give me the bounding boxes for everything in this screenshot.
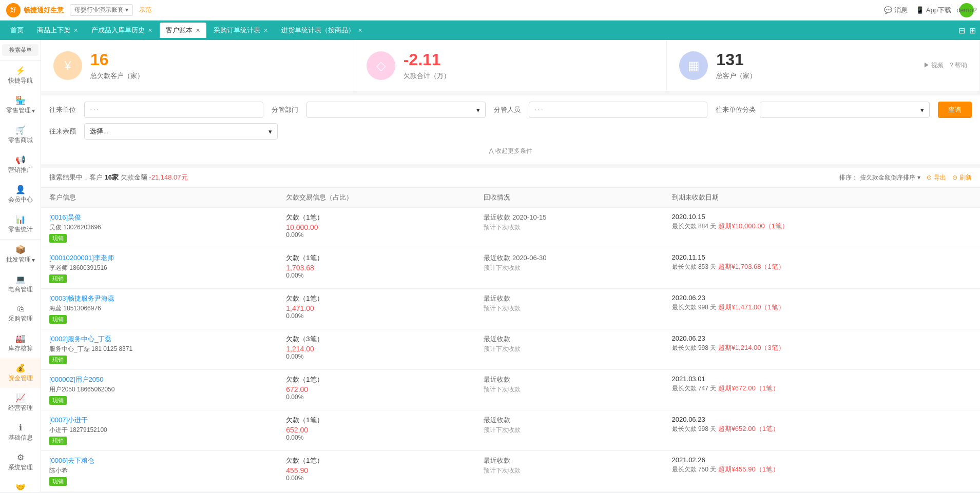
sidebar-item-member[interactable]: 👤 会员中心 <box>0 180 41 209</box>
debt-total-label: 欠款合计（万） <box>403 71 450 81</box>
debt-total-icon: ◇ <box>367 51 395 80</box>
debt-count-2: 欠款（1笔） <box>286 294 467 303</box>
stat-info-debt: 16 总欠款客户（家） <box>90 50 144 81</box>
view-video-btn[interactable]: ▶ 视频 <box>924 61 944 70</box>
tab-purchase-stats-close[interactable]: ✕ <box>358 27 362 34</box>
tab-purchase-order-close[interactable]: ✕ <box>263 27 268 34</box>
sidebar-search-btn[interactable]: 搜索菜单 <box>2 44 39 56</box>
export-btn[interactable]: ⊙ 导出 <box>927 173 946 182</box>
message-btn[interactable]: 💬 消息 <box>884 6 908 15</box>
tab-purchase-stats[interactable]: 进货单统计表（按商品） ✕ <box>275 23 369 38</box>
member-icon: 👤 <box>2 185 39 194</box>
td-overdue-0: 2020.10.15 最长欠款 884 天 超期¥10,000.00（1笔） <box>664 208 980 248</box>
debt-amount-0[interactable]: 10,000.00 <box>286 223 467 231</box>
collapse-btn[interactable]: ⋀ 收起更多条件 <box>49 145 972 157</box>
store-selector[interactable]: 母婴行业演示账套 ▾ <box>70 4 133 16</box>
filter-dept-select[interactable]: ▾ <box>306 102 486 118</box>
filter-person-input[interactable]: ··· <box>529 102 708 118</box>
sidebar-item-batch-mgmt[interactable]: 📦 批发管理 ▾ <box>0 240 41 269</box>
filter-unit-class-select[interactable]: ▾ <box>760 102 930 118</box>
tab-maximize-btn[interactable]: ⊞ <box>969 26 976 35</box>
filter-unit-input[interactable]: ··· <box>84 102 263 118</box>
customer-name-2[interactable]: [0003]畅捷服务尹海蕊 <box>49 294 270 303</box>
customer-tag-0: 现销 <box>49 234 67 243</box>
tab-purchase-order[interactable]: 采购订单统计表 ✕ <box>207 23 274 38</box>
overdue-amount-5[interactable]: 超期¥652.00（1笔） <box>718 425 779 432</box>
customer-name-0[interactable]: [0016]吴俊 <box>49 213 270 222</box>
tab-goods-close[interactable]: ✕ <box>73 27 78 34</box>
recovery-date-4: 最近收款 <box>484 375 655 384</box>
sidebar-item-warehouse[interactable]: 🏭 库存核算 <box>0 328 41 358</box>
sidebar-item-quick-nav[interactable]: ⚡ 快捷导航 <box>0 61 41 90</box>
overdue-date-2: 2020.06.23 <box>672 294 972 302</box>
customer-name-5[interactable]: [0007]小迸干 <box>49 416 270 425</box>
td-overdue-5: 2020.06.23 最长欠款 998 天 超期¥652.00（1笔） <box>664 410 980 451</box>
sort-select[interactable]: 排序： 按欠款金额倒序排序 ▾ <box>839 173 920 182</box>
debt-count-5: 欠款（1笔） <box>286 416 467 425</box>
app-logo-text: 畅捷通好生意 <box>24 6 64 15</box>
debt-amount-5[interactable]: 652.00 <box>286 426 467 434</box>
sidebar-item-purchase[interactable]: 🛍 采购管理 <box>0 299 41 328</box>
sidebar-item-basic-info[interactable]: ℹ 基础信息 <box>0 418 41 447</box>
ecommerce-icon: 💻 <box>2 274 39 284</box>
export-icon: ⊙ <box>927 174 932 181</box>
debt-amount-1[interactable]: 1,703.68 <box>286 264 467 272</box>
phone-icon: 📱 <box>916 6 924 14</box>
debt-amount-6[interactable]: 455.90 <box>286 466 467 475</box>
tab-production[interactable]: 产成品入库单历史 ✕ <box>85 23 159 38</box>
overdue-days-5: 最长欠款 998 天 超期¥652.00（1笔） <box>672 424 972 433</box>
customer-name-1[interactable]: [00010200001]李老师 <box>49 253 270 263</box>
overdue-amount-4[interactable]: 超期¥672.00（1笔） <box>718 384 779 392</box>
refresh-btn[interactable]: ⊙ 刷新 <box>952 173 972 182</box>
tab-production-close[interactable]: ✕ <box>148 27 152 34</box>
debt-amount-4[interactable]: 672.00 <box>286 385 467 393</box>
sidebar-item-ecommerce[interactable]: 💻 电商管理 <box>0 269 41 299</box>
filter-balance-select[interactable]: 选择... ▾ <box>84 123 278 140</box>
td-debt-4: 欠款（1笔） 672.00 0.00% <box>278 370 475 410</box>
data-table: 客户信息 欠款交易信息（占比） 回收情况 到期未收款日期 [0016]吴俊 吴俊… <box>41 188 980 492</box>
overdue-days-4: 最长欠款 747 天 超期¥672.00（1笔） <box>672 384 972 393</box>
overdue-date-3: 2020.06.23 <box>672 334 972 342</box>
customer-name-4[interactable]: [000002]用户2050 <box>49 375 270 384</box>
app-download-btn[interactable]: 📱 App下载 <box>916 6 951 15</box>
overdue-amount-0[interactable]: 超期¥10,000.00（1笔） <box>718 222 789 230</box>
filter-unit-label: 往来单位 <box>49 105 80 114</box>
sidebar-item-retail-mall[interactable]: 🛒 零售商城 <box>0 120 41 150</box>
td-customer-info-5: [0007]小迸干 小迸干 18279152100 现销 <box>41 410 278 451</box>
overdue-amount-1[interactable]: 超期¥1,703.68（1笔） <box>718 263 785 270</box>
debt-amount-2[interactable]: 1,471.00 <box>286 304 467 312</box>
overdue-days-1: 最长欠款 853 天 超期¥1,703.68（1笔） <box>672 262 972 271</box>
sidebar-item-finance[interactable]: 💰 资金管理 <box>0 358 41 388</box>
td-overdue-6: 2021.02.26 最长欠款 750 天 超期¥455.90（1笔） <box>664 451 980 491</box>
top-bar-right: 💬 消息 📱 App下载 demo2 <box>884 3 974 17</box>
tab-customer-close[interactable]: ✕ <box>196 27 200 34</box>
overdue-amount-2[interactable]: 超期¥1,471.00（1笔） <box>718 303 785 311</box>
basic-info-icon: ℹ <box>2 423 39 432</box>
user-menu[interactable]: demo2 <box>959 3 974 17</box>
customer-phone-6: 陈小希 <box>49 466 270 475</box>
sidebar-item-retail-mgmt[interactable]: 🏪 零售管理 ▾ <box>0 90 41 120</box>
customer-name-3[interactable]: [0002]服务中心_丁磊 <box>49 334 270 344</box>
sidebar-item-retail-stats[interactable]: 📊 零售统计 <box>0 209 41 239</box>
search-btn[interactable]: 查询 <box>938 102 972 118</box>
sidebar-item-operation[interactable]: 📈 经营管理 <box>0 388 41 418</box>
debt-amount-3[interactable]: 1,214.00 <box>286 345 467 353</box>
filter-unit-class-label: 往来单位分类 <box>716 105 756 114</box>
td-overdue-1: 2020.11.15 最长欠款 853 天 超期¥1,703.68（1笔） <box>664 248 980 289</box>
sidebar-item-marketing[interactable]: 📢 营销推广 <box>0 150 41 180</box>
table-row: [000001]黄思源 黄思源 13552700226 现销 欠款（1笔） 42… <box>41 491 980 492</box>
overdue-amount-6[interactable]: 超期¥455.90（1笔） <box>718 465 779 473</box>
overdue-amount-3[interactable]: 超期¥1,214.00（3笔） <box>718 344 785 351</box>
tab-customer-account[interactable]: 客户账本 ✕ <box>160 23 206 38</box>
recovery-next-6: 预计下次收款 <box>484 466 655 475</box>
tab-minimize-btn[interactable]: ⊟ <box>958 26 965 35</box>
sidebar-item-system[interactable]: ⚙ 系统管理 <box>0 447 41 477</box>
debt-ratio-5: 0.00% <box>286 434 467 441</box>
tab-home[interactable]: 首页 <box>4 23 30 38</box>
help-btn[interactable]: ? 帮助 <box>950 61 967 70</box>
stat-card-debt-total: ◇ -2.11 欠款合计（万） <box>354 40 667 91</box>
customer-name-6[interactable]: [0006]去下粮仓 <box>49 456 270 465</box>
sidebar-item-enterprise-coop[interactable]: 🤝 企业协同 <box>0 477 41 492</box>
th-customer-info: 客户信息 <box>41 188 278 208</box>
tab-goods[interactable]: 商品上下架 ✕ <box>31 23 84 38</box>
